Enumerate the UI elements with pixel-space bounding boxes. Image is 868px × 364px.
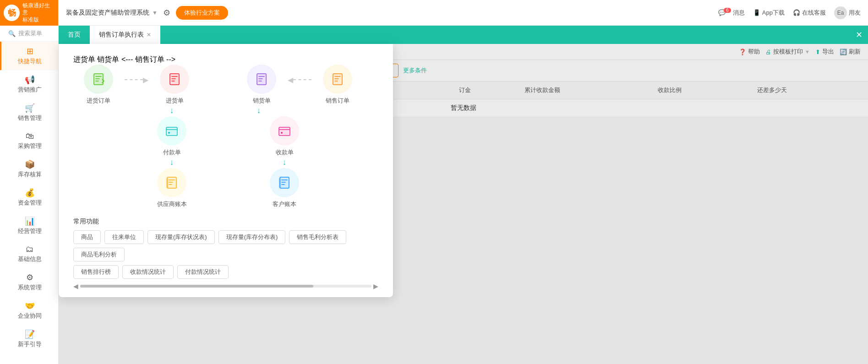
down-arrow-receipt: ↓	[259, 158, 310, 167]
operations-icon: 📊	[25, 216, 35, 226]
dash-arrow-1: ▶	[125, 76, 148, 94]
tab-bar: 首页 销售订单执行表 ✕ ✕	[59, 26, 868, 44]
func-button-4[interactable]: 销售毛利分析表	[289, 230, 346, 244]
sidebar-item-label: 系统管理	[18, 283, 42, 292]
func-button-5[interactable]: 商品毛利分析	[73, 248, 125, 261]
sidebar-item-quick-nav[interactable]: ⊞快捷导航	[0, 42, 58, 70]
scroll-left-btn[interactable]: ◀	[73, 283, 78, 290]
finance-icon: 💰	[25, 188, 35, 198]
svg-rect-14	[167, 177, 176, 188]
down-arrow-purchase: ↓	[147, 106, 197, 115]
sidebar-item-label: 新手引导	[18, 340, 42, 348]
flow-circle-customer-ledger	[270, 168, 299, 197]
basic-info-icon: 🗂	[26, 244, 34, 254]
close-icon[interactable]: ✕	[147, 32, 151, 38]
sidebar-item-label: 资金管理	[18, 199, 42, 207]
scroll-right-btn[interactable]: ▶	[373, 283, 378, 290]
flow-node-purchase-order[interactable]: 进货订单	[73, 65, 124, 105]
flow-row-2: 付款单 收款单	[147, 116, 378, 157]
func-buttons-row2: 销售排行榜收款情况统计付款情况统计	[73, 265, 378, 279]
sidebar-item-enterprise[interactable]: 🤝企业协同	[0, 296, 58, 325]
sidebar-item-label: 基础信息	[18, 255, 42, 263]
scroll-bar[interactable]	[80, 285, 371, 288]
flow-node-sales-bill[interactable]: 销货单	[236, 65, 287, 105]
system-icon: ⚙	[26, 272, 33, 283]
quick-nav-icon: ⊞	[27, 46, 33, 56]
sidebar-item-marketing[interactable]: 📢营销推广	[0, 70, 58, 98]
func-button-r2-1[interactable]: 收款情况统计	[122, 265, 174, 279]
func-button-1[interactable]: 往来单位	[104, 230, 144, 244]
tab-sales-order-exec[interactable]: 销售订单执行表 ✕	[90, 26, 160, 44]
common-functions-title: 常用功能	[73, 217, 378, 226]
flow-node-supplier-ledger[interactable]: 供应商账本	[147, 168, 197, 208]
header: 装备及固定资产辅助管理系统 ▼ ⚙ 体验行业方案 💬 6 消息 📱 App下载 …	[59, 0, 868, 26]
flow-node-receipt[interactable]: 收款单	[259, 116, 310, 157]
svg-rect-8	[166, 127, 177, 136]
sidebar-search[interactable]: 🔍 搜索菜单	[0, 26, 58, 42]
popup-panel: 进货单 销货单 <--- 销售订单 --> 进货订单 ▶	[59, 44, 393, 297]
chevron-down-icon: ▼	[152, 10, 158, 16]
svg-rect-19	[279, 179, 281, 188]
avatar: Ea	[834, 6, 847, 19]
scroll-hint: ◀ ▶	[73, 283, 378, 290]
sidebar-logo: 畅 畅康通好生意 标准版	[0, 0, 58, 26]
tab-home[interactable]: 首页	[59, 26, 90, 44]
func-button-0[interactable]: 商品	[73, 230, 101, 244]
trial-button[interactable]: 体验行业方案	[176, 6, 228, 20]
flow-node-customer-ledger[interactable]: 客户账本	[259, 168, 310, 208]
svg-rect-6	[333, 74, 342, 85]
logo-text: 畅康通好生意 标准版	[22, 2, 55, 24]
sidebar-item-label: 销售管理	[18, 114, 42, 122]
sidebar: 畅 畅康通好生意 标准版 🔍 搜索菜单 ⊞快捷导航📢营销推广🛒销售管理🛍采购管理…	[0, 0, 59, 364]
sidebar-item-operations[interactable]: 📊经营管理	[0, 212, 58, 240]
search-icon: 🔍	[8, 30, 16, 37]
func-button-r2-2[interactable]: 付款情况统计	[177, 265, 229, 279]
settings-icon[interactable]: ⚙	[163, 8, 170, 18]
func-button-r2-0[interactable]: 销售排行榜	[73, 265, 119, 279]
svg-point-13	[281, 132, 283, 134]
sidebar-item-label: 经营管理	[18, 227, 42, 235]
app-download-button[interactable]: 📱 App下载	[753, 9, 785, 17]
message-badge: 6	[724, 8, 731, 13]
svg-point-10	[168, 132, 170, 134]
sidebar-item-sales[interactable]: 🛒销售管理	[0, 98, 58, 127]
flow-node-purchase-bill[interactable]: 进货单	[149, 65, 200, 105]
message-button[interactable]: 💬 6 消息	[718, 9, 745, 17]
svg-rect-2	[170, 74, 179, 85]
purchase-icon: 🛍	[26, 131, 34, 141]
svg-rect-17	[280, 177, 289, 188]
flow-circle-sales-bill	[247, 65, 276, 94]
sidebar-item-system[interactable]: ⚙系统管理	[0, 268, 58, 296]
sidebar-item-finance[interactable]: 💰资金管理	[0, 183, 58, 212]
header-right: 💬 6 消息 📱 App下载 🎧 在线客服 Ea 用友	[718, 6, 861, 19]
sidebar-item-inventory[interactable]: 📦库存核算	[0, 155, 58, 183]
flow-node-sales-order[interactable]: 销售订单	[312, 65, 363, 105]
tab-bar-close-icon[interactable]: ✕	[856, 30, 863, 40]
sidebar-nav: ⊞快捷导航📢营销推广🛒销售管理🛍采购管理📦库存核算💰资金管理📊经营管理🗂基础信息…	[0, 42, 58, 353]
func-button-3[interactable]: 现存量(库存分布表)	[218, 230, 286, 244]
flow-row-1: 进货订单 ▶ 进货单	[73, 65, 378, 105]
scroll-thumb	[80, 285, 313, 288]
sidebar-item-label: 快捷导航	[18, 57, 42, 65]
enterprise-icon: 🤝	[25, 301, 35, 311]
svg-rect-0	[94, 74, 103, 85]
svg-rect-11	[279, 127, 290, 136]
header-system-title[interactable]: 装备及固定资产辅助管理系统 ▼	[66, 9, 158, 17]
flow-circle-receipt	[270, 116, 299, 146]
down-arrow-sales: ↓	[234, 106, 284, 115]
flow-circle-payment	[157, 116, 186, 146]
inventory-icon: 📦	[25, 159, 35, 169]
flow-circle-sales-order	[323, 65, 352, 94]
sidebar-item-basic-info[interactable]: 🗂基础信息	[0, 240, 58, 268]
user-menu[interactable]: Ea 用友	[834, 6, 861, 19]
sidebar-item-label: 企业协同	[18, 312, 42, 320]
flow-node-payment[interactable]: 付款单	[147, 116, 197, 157]
common-functions: 常用功能 商品往来单位现存量(库存状况表)现存量(库存分布表)销售毛利分析表商品…	[73, 217, 378, 279]
popup-overlay[interactable]: 进货单 销货单 <--- 销售订单 --> 进货订单 ▶	[59, 44, 868, 364]
func-button-2[interactable]: 现存量(库存状况表)	[147, 230, 215, 244]
sidebar-item-guide[interactable]: 📝新手引导	[0, 325, 58, 353]
online-service-button[interactable]: 🎧 在线客服	[793, 9, 826, 17]
flow-circle-purchase-bill	[160, 65, 189, 94]
sidebar-item-purchase[interactable]: 🛍采购管理	[0, 127, 58, 155]
func-buttons-row1: 商品往来单位现存量(库存状况表)现存量(库存分布表)销售毛利分析表商品毛利分析	[73, 230, 378, 261]
